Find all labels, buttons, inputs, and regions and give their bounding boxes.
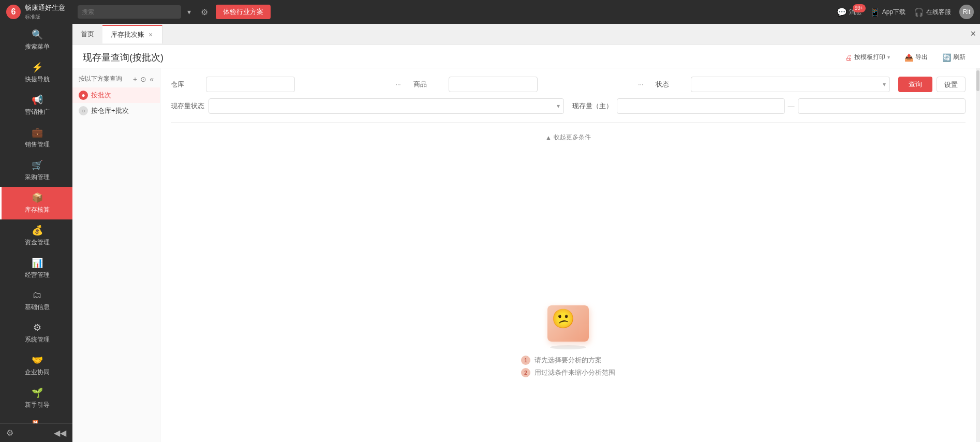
stock-main-field: 现存量（主） —: [572, 98, 966, 114]
appstore-icon: 🏪: [32, 420, 43, 423]
sidebar-collapse-btn[interactable]: ◀◀: [54, 428, 66, 438]
search-input[interactable]: [78, 5, 181, 19]
status-field: 状态 在库 已出库: [656, 77, 890, 92]
empty-state: 😕 1 请先选择要分析的方案 2 用过滤条件来缩小分析范围: [160, 232, 976, 442]
filter-divider: [171, 122, 966, 123]
sidebar: 🔍 搜索菜单 ⚡ 快捷导航 📢 营销推广 💼 销售管理 🛒 采购管理 📦: [0, 24, 72, 442]
range-separator: —: [788, 102, 795, 110]
system-icon: ⚙: [33, 322, 41, 333]
sidebar-item-enterprise[interactable]: 🤝 企业协同: [0, 349, 72, 382]
scheme-settings-btn[interactable]: ⊙: [140, 75, 146, 83]
online-service-btn[interactable]: 🎧 在线客服: [914, 7, 951, 17]
app-version: 标准版: [25, 13, 65, 21]
sidebar-item-marketing[interactable]: 📢 营销推广: [0, 89, 72, 122]
tab-close-btn[interactable]: ×: [147, 31, 154, 38]
warehouse-more-icon[interactable]: ···: [396, 81, 401, 88]
empty-tip-2: 2 用过滤条件来缩小分析范围: [521, 368, 615, 377]
refresh-icon: 🔄: [942, 53, 951, 62]
page-close-btn[interactable]: ×: [966, 28, 980, 39]
settings-icon: ⚙: [201, 7, 208, 17]
goods-input[interactable]: [449, 77, 538, 92]
sidebar-item-ops[interactable]: 📊 经营管理: [0, 252, 72, 285]
filter-area: 按以下方案查询 + ⊙ « ● 按批次 ○ 按仓库+批次: [72, 68, 980, 442]
status-select-wrapper: 在库 已出库: [691, 77, 890, 92]
tip-num-2: 2: [521, 368, 530, 377]
sidebar-item-appstore[interactable]: 🏪 应用中心: [0, 415, 72, 423]
sidebar-item-label: 基础信息: [25, 303, 50, 312]
stock-status-select[interactable]: 有存量 无存量: [209, 98, 564, 114]
page-content: 现存量查询(按批次) 🖨 按模板打印 ▾ 📤 导出 🔄 刷新: [72, 45, 980, 442]
scheme-icon-inactive: ○: [79, 106, 88, 115]
goods-more-icon[interactable]: ···: [638, 81, 643, 88]
scheme-collapse-btn[interactable]: «: [150, 75, 154, 83]
sidebar-item-finance[interactable]: 💰 资金管理: [0, 219, 72, 252]
collapse-label: 收起更多条件: [554, 133, 591, 142]
sidebar-item-sales[interactable]: 💼 销售管理: [0, 122, 72, 154]
page-header: 现存量查询(按批次) 🖨 按模板打印 ▾ 📤 导出 🔄 刷新: [72, 45, 980, 68]
stock-status-label: 现存量状态: [171, 101, 204, 111]
scheme-panel-header: 按以下方案查询 + ⊙ «: [72, 72, 160, 87]
scheme-item-warehouse-batch[interactable]: ○ 按仓库+批次: [72, 103, 160, 119]
right-scrollbar[interactable]: [976, 68, 980, 442]
tab-inventory-batch[interactable]: 库存批次账 ×: [102, 25, 162, 43]
topbar-settings-btn[interactable]: ⚙: [197, 5, 212, 19]
user-avatar[interactable]: Rit: [959, 5, 974, 19]
main-layout: 🔍 搜索菜单 ⚡ 快捷导航 📢 营销推广 💼 销售管理 🛒 采购管理 📦: [0, 24, 980, 442]
stock-status-field: 现存量状态 有存量 无存量: [171, 98, 564, 114]
message-icon: 💬: [837, 7, 847, 17]
stock-main-to[interactable]: [798, 98, 966, 114]
scheme-item-batch[interactable]: ● 按批次: [72, 87, 160, 103]
topbar-actions: 💬 消息 99+ 📱 App下载 🎧 在线客服 Rit: [837, 5, 974, 19]
content-area: 首页 库存批次账 × × 现存量查询(按批次) 🖨 按模板打印 ▾: [72, 24, 980, 442]
warehouse-input[interactable]: [206, 77, 295, 92]
app-download-btn[interactable]: 📱 App下载: [870, 7, 905, 17]
stock-main-from[interactable]: [617, 98, 785, 114]
warehouse-label: 仓库: [171, 80, 202, 89]
sidebar-item-label: 营销推广: [25, 108, 50, 116]
sales-icon: 💼: [32, 127, 43, 138]
empty-tip-1: 1 请先选择要分析的方案: [521, 356, 615, 365]
empty-illustration: 😕: [542, 298, 594, 349]
messages-badge: 99+: [853, 4, 866, 12]
shortcut-icon: ⚡: [32, 62, 43, 73]
tip-text-2: 用过滤条件来缩小分析范围: [534, 368, 615, 377]
sidebar-settings-btn[interactable]: ⚙: [6, 428, 13, 438]
search-dropdown-btn[interactable]: ▾: [185, 8, 193, 16]
query-btn[interactable]: 查询: [898, 77, 932, 92]
scheme-add-btn[interactable]: +: [133, 75, 137, 83]
print-btn[interactable]: 🖨 按模板打印 ▾: [841, 51, 894, 64]
status-select[interactable]: 在库 已出库: [691, 77, 890, 92]
sidebar-item-label: 快捷导航: [25, 75, 50, 84]
sidebar-item-basic[interactable]: 🗂 基础信息: [0, 285, 72, 317]
sidebar-item-inventory[interactable]: 📦 库存核算: [0, 187, 72, 219]
print-icon: 🖨: [845, 53, 852, 62]
sidebar-item-search[interactable]: 🔍 搜索菜单: [0, 24, 72, 56]
headset-icon: 🎧: [914, 7, 924, 17]
sidebar-item-guide[interactable]: 🌱 新手引导: [0, 382, 72, 415]
sidebar-item-label: 企业协同: [25, 368, 50, 377]
sidebar-item-shortcut[interactable]: ⚡ 快捷导航: [0, 56, 72, 89]
sidebar-item-purchase[interactable]: 🛒 采购管理: [0, 154, 72, 187]
sidebar-item-system[interactable]: ⚙ 系统管理: [0, 317, 72, 349]
guide-icon: 🌱: [32, 387, 43, 399]
filter-settings-btn[interactable]: 设置: [937, 77, 966, 92]
refresh-btn[interactable]: 🔄 刷新: [938, 51, 970, 64]
finance-icon: 💰: [32, 225, 43, 236]
sidebar-item-label: 采购管理: [25, 173, 50, 182]
filter-row-2: 现存量状态 有存量 无存量 现存量（主）: [171, 98, 966, 114]
messages-btn[interactable]: 💬 消息 99+: [837, 7, 862, 17]
app-title-area: 畅康通好生意 标准版: [25, 3, 65, 21]
sidebar-item-label: 搜索菜单: [25, 42, 50, 51]
filter-form-col: 仓库 ··· 商品 ···: [160, 68, 976, 442]
export-btn[interactable]: 📤 导出: [900, 51, 932, 64]
scheme-panel: 按以下方案查询 + ⊙ « ● 按批次 ○ 按仓库+批次: [72, 68, 160, 442]
warehouse-input-wrapper: ···: [206, 77, 405, 92]
goods-field: 商品 ···: [413, 77, 648, 92]
page-header-actions: 🖨 按模板打印 ▾ 📤 导出 🔄 刷新: [841, 51, 970, 64]
scheme-panel-title: 按以下方案查询: [79, 75, 122, 83]
collapse-row[interactable]: ▲ 收起更多条件: [171, 131, 966, 144]
trial-btn[interactable]: 体验行业方案: [216, 5, 271, 19]
inventory-icon: 📦: [32, 192, 43, 203]
empty-shadow: [550, 345, 586, 349]
tab-home[interactable]: 首页: [72, 25, 102, 43]
